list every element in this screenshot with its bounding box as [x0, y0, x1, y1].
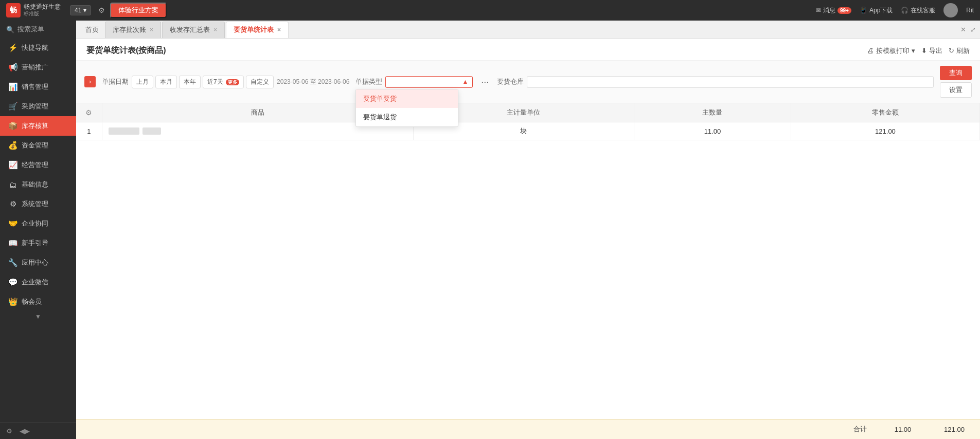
- sidebar-item-management[interactable]: 📈 经营管理: [0, 155, 76, 175]
- tab-receive-summary[interactable]: 收发存汇总表 ×: [162, 22, 225, 38]
- sidebar-item-inventory[interactable]: 📦 库存核算: [0, 116, 76, 136]
- message-icon: ✉: [816, 7, 821, 14]
- dropdown-option-order-goods[interactable]: 要货单要货: [356, 89, 458, 108]
- sidebar-item-guide[interactable]: 📖 新手引导: [0, 233, 76, 253]
- sidebar-label-enterprise: 企业协同: [22, 219, 48, 228]
- date-range-text: 2023-05-06 至 2023-06-06: [277, 78, 349, 86]
- product-placeholder2: [142, 127, 161, 135]
- avatar[interactable]: [943, 3, 958, 17]
- type-dropdown-chevron[interactable]: ▲: [462, 78, 468, 85]
- export-icon: ⬇: [921, 47, 927, 54]
- tool-icon: 🔧: [8, 258, 17, 267]
- sidebar-label-vip: 畅会员: [22, 297, 42, 306]
- sidebar-label-marketing: 营销推广: [22, 63, 48, 72]
- close-tab-order-stats[interactable]: ×: [277, 26, 281, 33]
- table-container: ⚙ 商品 主计量单位 主数量 零售金额 1: [76, 103, 980, 419]
- dropdown-option-order-return[interactable]: 要货单退货: [356, 108, 458, 126]
- topbar-right: ✉ 消息 99+ 📱 App下载 🎧 在线客服 Rit: [816, 3, 974, 17]
- export-button[interactable]: ⬇ 导出: [921, 46, 942, 56]
- type-input[interactable]: [390, 78, 462, 86]
- type-dropdown-popup: 要货单要货 要货单退货: [355, 89, 458, 127]
- trial-button[interactable]: 体验行业方案: [110, 3, 167, 18]
- table-header-row: ⚙ 商品 主计量单位 主数量 零售金额: [76, 103, 980, 122]
- messages-button[interactable]: ✉ 消息 99+: [816, 6, 851, 15]
- type-filter-group: 单据类型 ▲ 要货单要货 要货单退货: [355, 76, 473, 88]
- page-header: 要货单统计表(按商品) 🖨 按模板打印 ▾ ⬇ 导出 ↻ 刷新: [76, 39, 980, 61]
- sidebar-item-enterprise[interactable]: 🤝 企业协同: [0, 214, 76, 233]
- date-filter-group: 单据日期 上月 本月 本年 近7天 更多 自定义 2023-05-06 至 20…: [102, 76, 349, 88]
- filter-expand-button[interactable]: ›: [84, 76, 96, 87]
- tabbar: 首页 库存批次账 × 收发存汇总表 × 要货单统计表 × ✕ ⤢: [76, 21, 980, 39]
- tab-expand-icon[interactable]: ⤢: [970, 26, 976, 33]
- date-btn-last7[interactable]: 近7天 更多: [203, 76, 244, 88]
- headset-icon: 🎧: [901, 7, 908, 14]
- refresh-icon: ↻: [949, 47, 954, 54]
- print-label: 按模板打印: [876, 46, 910, 56]
- close-tab-receive-summary[interactable]: ×: [213, 26, 217, 33]
- last7-badge: 更多: [226, 79, 239, 85]
- cart-icon: 🛒: [8, 102, 17, 111]
- trend-icon: 📈: [8, 160, 17, 170]
- date-btn-last-month[interactable]: 上月: [132, 76, 153, 88]
- sidebar-label-sales: 销售管理: [22, 82, 48, 92]
- tab-receive-summary-label: 收发存汇总表: [170, 25, 210, 34]
- sidebar-label-guide: 新手引导: [22, 239, 48, 248]
- wechat-icon: 💬: [8, 278, 17, 287]
- sidebar-item-appcenter[interactable]: 🔧 应用中心: [0, 253, 76, 272]
- col-qty: 主数量: [634, 103, 791, 122]
- sidebar-item-wechat[interactable]: 💬 企业微信: [0, 272, 76, 292]
- sidebar-item-system[interactable]: ⚙ 系统管理: [0, 194, 76, 214]
- footer-label: 合计: [733, 425, 877, 434]
- search-icon: 🔍: [6, 26, 14, 33]
- type-dropdown[interactable]: ▲: [385, 76, 473, 88]
- app-download-button[interactable]: 📱 App下载: [860, 6, 893, 15]
- sidebar-item-marketing[interactable]: 📢 营销推广: [0, 58, 76, 77]
- megaphone-icon: 📢: [8, 63, 17, 72]
- table-row: 1 块 11.00 121.00: [76, 122, 980, 140]
- refresh-button[interactable]: ↻ 刷新: [949, 46, 970, 56]
- close-tab-inventory-batch[interactable]: ×: [150, 26, 153, 33]
- gear-icon[interactable]: ⚙: [98, 6, 105, 14]
- type-filter-label: 单据类型: [355, 77, 382, 86]
- footer-amount: 121.00: [929, 426, 980, 433]
- sidebar-item-search[interactable]: 🔍 搜索菜单: [0, 21, 76, 38]
- cell-qty: 11.00: [634, 122, 791, 140]
- handshake-icon: 🤝: [8, 219, 17, 228]
- date-btn-this-month[interactable]: 本月: [155, 76, 177, 88]
- filter-settings-button[interactable]: 设置: [940, 82, 972, 98]
- query-button[interactable]: 查询: [940, 66, 972, 80]
- col-amount: 零售金额: [791, 103, 979, 122]
- date-buttons: 上月 本月 本年 近7天 更多 自定义: [132, 76, 274, 88]
- sidebar-search-label: 搜索菜单: [17, 25, 44, 34]
- print-button[interactable]: 🖨 按模板打印 ▾: [867, 46, 915, 56]
- sidebar-item-sales[interactable]: 📊 销售管理: [0, 77, 76, 97]
- tab-order-stats[interactable]: 要货单统计表 ×: [226, 22, 289, 38]
- money-icon: 💰: [8, 141, 17, 150]
- warehouse-filter-group: 要货仓库: [497, 76, 934, 88]
- tab-home[interactable]: 首页: [80, 22, 104, 38]
- sidebar-item-vip[interactable]: 👑 畅会员: [0, 292, 76, 312]
- col-settings-icon[interactable]: ⚙: [85, 108, 92, 117]
- tab-close-all-icon[interactable]: ✕: [960, 26, 966, 33]
- sidebar-label-purchase: 采购管理: [22, 102, 48, 111]
- sidebar-item-finance[interactable]: 💰 资金管理: [0, 136, 76, 155]
- company-selector[interactable]: 41 ▾: [70, 5, 91, 15]
- sidebar-settings-icon[interactable]: ⚙: [6, 427, 12, 435]
- online-service-button[interactable]: 🎧 在线客服: [901, 6, 935, 15]
- date-btn-custom[interactable]: 自定义: [246, 76, 274, 88]
- box-icon: 📦: [8, 121, 17, 131]
- logo-text: 畅捷通好生意: [24, 3, 61, 10]
- date-btn-this-year[interactable]: 本年: [179, 76, 201, 88]
- sidebar-collapse-icon[interactable]: ◀▶: [20, 427, 30, 435]
- sidebar-item-purchase[interactable]: 🛒 采购管理: [0, 97, 76, 116]
- sidebar-item-basic[interactable]: 🗂 基础信息: [0, 175, 76, 194]
- sidebar-label-finance: 资金管理: [22, 141, 48, 150]
- sidebar-label-inventory: 库存核算: [22, 121, 48, 131]
- sidebar-item-quicknav[interactable]: ⚡ 快捷导航: [0, 38, 76, 58]
- warehouse-input[interactable]: [527, 76, 934, 88]
- filter-more-button[interactable]: ···: [479, 77, 491, 87]
- app-logo: 畅 畅捷通好生意 标准版: [6, 3, 61, 17]
- tab-inventory-batch[interactable]: 库存批次账 ×: [105, 22, 161, 38]
- sidebar-scroll-down[interactable]: ▼: [0, 312, 76, 322]
- warehouse-filter-label: 要货仓库: [497, 77, 524, 86]
